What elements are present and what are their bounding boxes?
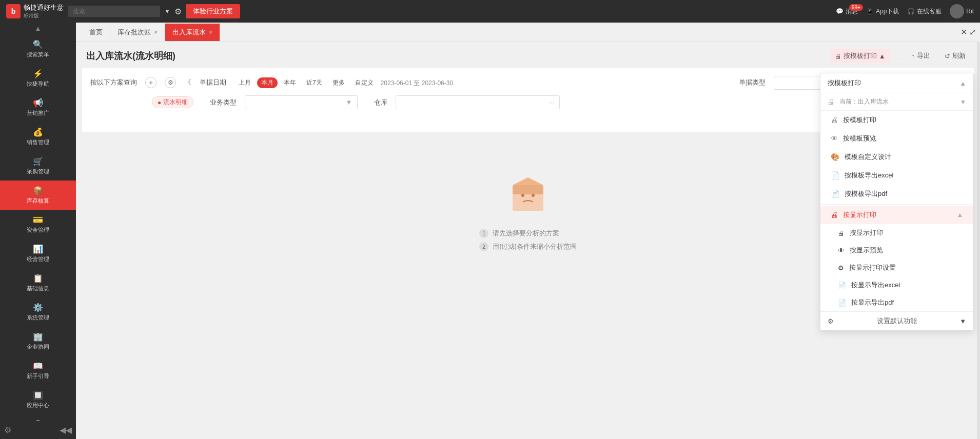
sidebar-label-operations: 经营管理: [27, 255, 49, 263]
dp-footer-chevron-icon: ▼: [959, 317, 966, 325]
sidebar-item-basic[interactable]: 📋 基础信息: [0, 268, 76, 297]
page-title: 出入库流水(流水明细): [86, 50, 175, 62]
sidebar-item-guide[interactable]: 📖 新手引导: [0, 356, 76, 385]
dp-sub-item-display-export-excel[interactable]: 📄 按显示导出excel: [820, 276, 973, 294]
sidebar-scroll-up[interactable]: ▲: [0, 23, 76, 34]
tab-inventory-batch[interactable]: 库存批次账 ×: [110, 24, 165, 41]
filter-tag-icon: ●: [158, 99, 161, 106]
svg-rect-1: [513, 185, 543, 194]
tab-maximize-btn[interactable]: ⤢: [969, 27, 976, 37]
display-preview-icon: 👁: [838, 247, 845, 254]
dp-item-template-export-pdf-label: 按模板导出pdf: [845, 189, 887, 198]
app-download-btn[interactable]: 📱 App下载: [866, 7, 899, 16]
dp-item-display-print-group[interactable]: 🖨 按显示打印 ▲: [820, 206, 973, 224]
biz-type-arrow-icon: ▼: [345, 98, 352, 106]
sidebar-item-finance[interactable]: 💳 资金管理: [0, 210, 76, 239]
export-label: 导出: [917, 51, 930, 61]
tab-close-btn[interactable]: ✕: [961, 27, 967, 37]
purchase-icon: 🛒: [33, 156, 43, 166]
sidebar-item-system[interactable]: ⚙️ 系统管理: [0, 297, 76, 327]
dp-sub-item-display-print-settings[interactable]: ⚙ 按显示打印设置: [820, 259, 973, 276]
refresh-btn[interactable]: ↺ 刷新: [940, 49, 970, 63]
close-inventory-batch-icon[interactable]: ×: [154, 29, 158, 36]
active-filter-tag[interactable]: ● 流水明细: [152, 96, 193, 108]
dp-header-chevron-icon: ▲: [959, 79, 966, 87]
filter-add-btn[interactable]: +: [145, 77, 156, 88]
page-header: 出入库流水(流水明细) 🖨 按模板打印 ▲ ... ↑ 导出: [76, 42, 980, 68]
dp-current-label: 当前：出入库流水: [839, 97, 889, 106]
top-bar-right: 💬 消息 99+ 📱 App下载 🎧 在线客服 Rit: [836, 4, 974, 18]
close-inout-flow-icon[interactable]: ×: [209, 29, 212, 36]
date-option-7days[interactable]: 近7天: [302, 77, 326, 88]
operations-icon: 📊: [33, 244, 43, 254]
inout-flow-tab-label: 出入库流水: [172, 28, 206, 37]
date-option-this-year[interactable]: 本年: [280, 77, 300, 88]
top-search-input[interactable]: [68, 6, 160, 17]
step-2-text: 用[过滤]条件来缩小分析范围: [493, 242, 576, 251]
biz-type-dropdown[interactable]: ▼: [245, 95, 358, 109]
online-service-label: 在线客服: [917, 7, 942, 16]
quicknav-icon: ⚡: [33, 69, 43, 78]
message-btn[interactable]: 💬 消息 99+: [836, 7, 858, 16]
warehouse-dropdown[interactable]: ···: [396, 95, 560, 109]
divider1: ...: [896, 52, 901, 60]
tab-bar: 首页 库存批次账 × 出入库流水 × ✕ ⤢: [76, 23, 980, 42]
sidebar-item-quicknav[interactable]: ⚡ 快捷导航: [0, 64, 76, 93]
top-gear-btn[interactable]: ⚙: [174, 7, 182, 16]
sidebar-item-inventory[interactable]: 📦 库存核算: [0, 181, 76, 210]
dp-item-display-print-group-label: 按显示打印: [843, 210, 876, 220]
date-option-more[interactable]: 更多: [328, 77, 349, 88]
tab-inout-flow[interactable]: 出入库流水 ×: [165, 24, 220, 41]
date-option-this-month[interactable]: 本月: [257, 77, 278, 88]
step-2: 2 用[过滤]条件来缩小分析范围: [479, 242, 576, 251]
print-template-btn[interactable]: 🖨 按模板打印 ▲: [831, 49, 890, 63]
dp-item-template-export-excel[interactable]: 📄 按模板导出excel: [820, 166, 973, 185]
date-options: 上月 本月 本年 近7天 更多 自定义: [234, 77, 378, 88]
dp-item-template-preview-label: 按模板预览: [843, 134, 876, 143]
sidebar-item-wechat[interactable]: 💬 企业微信: [0, 414, 76, 421]
svg-point-4: [532, 194, 535, 197]
sidebar-label-quicknav: 快捷导航: [27, 80, 49, 88]
dp-item-template-print[interactable]: 🖨 按模板打印: [820, 111, 973, 129]
dp-item-template-custom[interactable]: 🎨 模板自定义设计: [820, 148, 973, 166]
industry-solution-btn[interactable]: 体验行业方案: [186, 4, 240, 18]
sidebar-collapse-btn[interactable]: ◀◀: [60, 425, 72, 435]
gear-icon: ⚙: [828, 317, 834, 325]
printer-icon: 🖨: [835, 52, 841, 60]
dp-item-template-preview[interactable]: 👁 按模板预览: [820, 129, 973, 148]
sidebar-item-sales[interactable]: 💰 销售管理: [0, 122, 76, 151]
dp-sub-item-display-export-pdf[interactable]: 📄 按显示导出pdf: [820, 294, 973, 311]
tab-home[interactable]: 首页: [82, 24, 110, 41]
sidebar-item-marketing[interactable]: 📢 营销推广: [0, 93, 76, 122]
sidebar-item-appstore[interactable]: 🔲 应用中心: [0, 385, 76, 414]
date-option-custom[interactable]: 自定义: [351, 77, 378, 88]
date-range: 2023-06-01 至 2023-06-30: [381, 79, 453, 88]
user-area[interactable]: Rit: [950, 4, 974, 18]
right-scrollbar[interactable]: [977, 42, 980, 439]
date-option-last-month[interactable]: 上月: [234, 77, 255, 88]
dp-item-template-export-pdf[interactable]: 📄 按模板导出pdf: [820, 185, 973, 203]
dp-sub-item-display-print[interactable]: 🖨 按显示打印: [820, 224, 973, 242]
sidebar-item-purchase[interactable]: 🛒 采购管理: [0, 151, 76, 181]
step-2-num: 2: [479, 242, 488, 251]
dp-separator: [820, 204, 973, 205]
filter-setting-btn[interactable]: ⚙: [165, 77, 176, 88]
online-service-btn[interactable]: 🎧 在线客服: [907, 7, 942, 16]
search-dropdown-btn[interactable]: ▼: [164, 8, 170, 15]
dp-sub-item-display-print-label: 按显示打印: [850, 228, 883, 237]
sidebar-settings-btn[interactable]: ⚙: [4, 425, 11, 435]
guide-icon: 📖: [33, 361, 43, 371]
export-btn[interactable]: ↑ 导出: [908, 49, 935, 63]
dp-sub-item-display-preview[interactable]: 👁 按显示预览: [820, 242, 973, 259]
dp-sub-item-display-export-pdf-label: 按显示导出pdf: [851, 298, 894, 307]
sidebar-item-search[interactable]: 🔍 搜索菜单: [0, 34, 76, 64]
dp-current-chevron-icon: ▼: [960, 98, 966, 106]
sidebar-item-enterprise[interactable]: 🏢 企业协同: [0, 327, 76, 356]
content-area: 首页 库存批次账 × 出入库流水 × ✕ ⤢ 出入库流: [76, 23, 980, 439]
dp-group-chevron-icon: ▲: [957, 211, 963, 218]
message-icon: 💬: [836, 8, 844, 15]
sidebar-item-operations[interactable]: 📊 经营管理: [0, 239, 76, 268]
dp-footer[interactable]: ⚙ 设置默认功能 ▼: [820, 311, 973, 330]
dp-current-item[interactable]: 🖨 当前：出入库流水 ▼: [820, 93, 973, 111]
filter-collapse-btn[interactable]: 《: [184, 78, 191, 87]
